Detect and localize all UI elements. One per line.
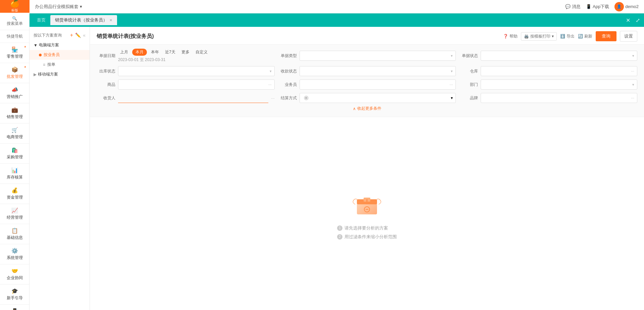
left-panel: 按以下方案查询 + ✏️ « ▼ 电脑端方案 按业务员 ≡ 按 [30, 27, 90, 310]
collapse-panel-icon[interactable]: « [83, 33, 86, 38]
sidebar-item-ecommerce[interactable]: 🛒 电商管理 [0, 123, 29, 144]
mobile-group-arrow-icon: ▶ [34, 72, 37, 77]
filter-row-2: 出库状态 ▾ 收款状态 ▾ 仓库 [97, 66, 637, 76]
tip-text-1: 请先选择要分析的方案 [344, 225, 388, 231]
out-status-select[interactable]: ▾ [118, 66, 275, 76]
collapse-btn[interactable]: ∧ 收起更多条件 [97, 103, 637, 113]
query-button[interactable]: 查询 [596, 31, 616, 41]
empty-state: 1 请先选择要分析的方案 2 用过滤条件来缩小分析范围 [90, 117, 644, 310]
date-btn-7days[interactable]: 近7天 [163, 49, 177, 56]
filter-row-1: 单据日期 上月 本月 本年 近7天 更多 自定义 2023-03-01 至 20… [97, 49, 637, 63]
topbar-right: 💬 消息 📱 App下载 👤 demo2 [565, 2, 639, 11]
sidebar-item-guide[interactable]: 🎓 新手引导 [0, 285, 29, 305]
goods-input[interactable]: ··· [118, 80, 275, 90]
tab-report[interactable]: 销货单统计表（按业务员） ✕ [50, 15, 117, 25]
retail-label: 零售管理 [7, 54, 23, 59]
consignee-dots-icon[interactable]: ··· [271, 96, 275, 101]
export-icon: ⬇️ [560, 34, 565, 39]
user-avatar: 👤 [614, 2, 624, 11]
sidebar: 🍊 标版 🔍 搜索菜单 快捷导航 🏪 零售管理 📦 批发管理 📣 营销推广 💼 … [0, 0, 30, 310]
sidebar-item-finance[interactable]: 💰 资金管理 [0, 184, 29, 204]
export-btn[interactable]: ⬇️ 导出 [560, 34, 575, 39]
app-download-btn[interactable]: 📱 App下载 [586, 4, 609, 10]
sales-icon: 💼 [11, 107, 18, 113]
sidebar-search[interactable]: 🔍 搜索菜单 [0, 13, 29, 30]
doc-status-chevron-icon: ▾ [632, 54, 634, 58]
receipt-status-select[interactable]: ▾ [300, 66, 456, 76]
ecommerce-icon: 🛒 [11, 127, 18, 133]
message-icon: 💬 [565, 4, 571, 9]
consignee-input[interactable] [118, 93, 268, 103]
inventory-icon: 📊 [11, 167, 18, 173]
salesperson-input[interactable]: ··· [300, 80, 456, 90]
user-profile[interactable]: 👤 demo2 [614, 2, 639, 11]
date-btn-custom[interactable]: 自定义 [194, 49, 210, 56]
brand-filter-cell: 品牌 ··· [459, 93, 637, 103]
sidebar-item-purchase[interactable]: 🛍️ 采购管理 [0, 144, 29, 164]
department-label: 部门 [459, 82, 478, 88]
header-right-actions: ❓ 帮助 🖨️ 按模板打印 ▾ ⬇️ 导出 🔄 刷新 [503, 31, 637, 42]
edit-scheme-icon[interactable]: ✏️ [75, 33, 81, 38]
print-icon: 🖨️ [524, 34, 529, 39]
settings-button[interactable]: 设置 [620, 31, 637, 42]
mobile-scheme-group: ▶ 移动端方案 [30, 69, 90, 79]
operations-label: 经营管理 [7, 215, 23, 220]
scheme-item-order[interactable]: ≡ 按单 [30, 60, 90, 69]
message-btn[interactable]: 💬 消息 [565, 4, 581, 10]
sidebar-item-basic-info[interactable]: 📋 基础信息 [0, 224, 29, 244]
wholesale-icon: 📦 [11, 66, 18, 73]
user-name: demo2 [625, 4, 639, 9]
tip-item-1: 1 请先选择要分析的方案 [337, 225, 397, 231]
date-btn-this-year[interactable]: 本年 [149, 49, 161, 56]
mobile-group-label: 移动端方案 [38, 71, 58, 77]
department-select[interactable]: ▾ [481, 80, 637, 90]
pc-group-title[interactable]: ▼ 电脑端方案 [30, 40, 90, 50]
scheme-item-salesperson[interactable]: 按业务员 [30, 50, 90, 60]
sidebar-item-system[interactable]: ⚙️ 系统管理 [0, 244, 29, 264]
tab-restore-icon[interactable]: ⤢ [634, 16, 641, 25]
tab-home[interactable]: 首页 [32, 15, 50, 25]
sidebar-item-operations[interactable]: 📈 经营管理 [0, 204, 29, 224]
date-btn-last-month[interactable]: 上月 [118, 49, 130, 56]
payment-select[interactable]: × ▾ [300, 93, 456, 103]
enterprise-icon: 🤝 [11, 268, 18, 274]
doc-type-select[interactable]: ▾ [300, 51, 456, 61]
sidebar-shortcut[interactable]: 快捷导航 [0, 30, 29, 43]
template-print-arrow: ▾ [552, 34, 554, 39]
scheme-order-label: 按单 [47, 62, 55, 67]
date-shortcuts: 上月 本月 本年 近7天 更多 自定义 [118, 49, 275, 56]
sidebar-item-wholesale[interactable]: 📦 批发管理 [0, 63, 29, 83]
help-btn[interactable]: ❓ 帮助 [503, 34, 518, 39]
payment-chevron-icon: ▾ [451, 96, 453, 100]
payment-tag-close-icon[interactable]: × [304, 96, 309, 100]
doc-status-filter-cell: 单据状态 ▾ [459, 51, 637, 61]
add-scheme-btn[interactable]: + [70, 32, 73, 38]
sidebar-item-enterprise[interactable]: 🤝 企业协同 [0, 264, 29, 285]
refresh-label: 刷新 [584, 34, 592, 39]
search-icon: 🔍 [0, 16, 29, 21]
sidebar-logo[interactable]: 🍊 标版 [0, 0, 30, 13]
main-area: 办公用品行业模拟账套 ▾ 💬 消息 📱 App下载 👤 demo2 首页 [30, 0, 644, 310]
date-btn-more[interactable]: 更多 [179, 49, 192, 56]
warehouse-label: 仓库 [459, 68, 478, 74]
mobile-group-title[interactable]: ▶ 移动端方案 [30, 69, 90, 79]
sidebar-item-retail[interactable]: 🏪 零售管理 [0, 43, 29, 63]
date-btn-this-month[interactable]: 本月 [132, 49, 147, 56]
basic-info-label: 基础信息 [7, 235, 23, 241]
tab-close-all-icon[interactable]: ✕ [625, 16, 632, 25]
out-status-chevron-icon: ▾ [270, 69, 272, 73]
doc-status-select[interactable]: ▾ [481, 51, 637, 61]
brand-input[interactable]: ··· [481, 93, 637, 103]
sidebar-item-sales[interactable]: 💼 销售管理 [0, 103, 29, 123]
template-print-btn[interactable]: 🖨️ 按模板打印 ▾ [521, 32, 557, 41]
tabbar: 首页 销货单统计表（按业务员） ✕ ✕ ⤢ [30, 13, 644, 27]
tab-close-icon[interactable]: ✕ [109, 18, 112, 22]
breadcrumb-dropdown[interactable]: 办公用品行业模拟账套 ▾ [35, 4, 82, 10]
sidebar-item-app-center[interactable]: 📱 应用中心 [0, 305, 29, 310]
refresh-btn[interactable]: 🔄 刷新 [578, 34, 592, 39]
warehouse-input[interactable]: ··· [481, 66, 637, 76]
order-icon: ≡ [43, 62, 45, 67]
tab-report-label: 销货单统计表（按业务员） [55, 17, 107, 23]
sidebar-item-marketing[interactable]: 📣 营销推广 [0, 83, 29, 103]
sidebar-item-inventory[interactable]: 📊 库存核算 [0, 164, 29, 184]
